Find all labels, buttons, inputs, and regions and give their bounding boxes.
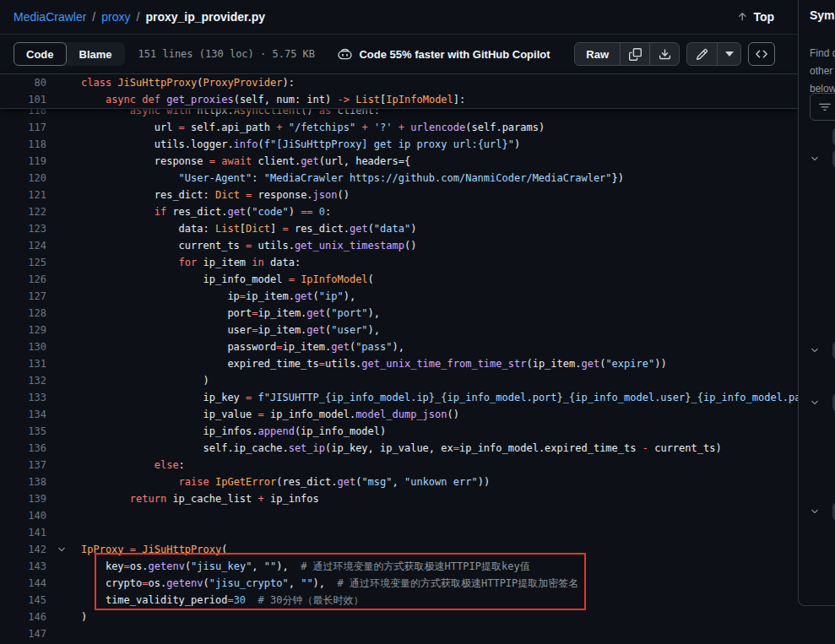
- code-text: ip=ip_item.get("ip"),: [81, 288, 355, 305]
- line-number[interactable]: 121: [0, 187, 46, 203]
- chevron-down-icon[interactable]: [810, 154, 820, 164]
- line-number[interactable]: 125: [0, 254, 46, 271]
- line-number[interactable]: 143: [0, 558, 46, 575]
- gutter: [46, 609, 81, 625]
- gutter: [46, 490, 81, 507]
- line-number[interactable]: 122: [0, 203, 46, 220]
- code-line: 129 user=ip_item.get("user"),: [0, 322, 798, 338]
- edit-button[interactable]: [687, 43, 717, 65]
- code-line: 118 utils.logger.info(f"[JiSuHttpProxy] …: [0, 136, 798, 153]
- line-number[interactable]: 131: [0, 355, 46, 372]
- code-text: ip_infos.append(ip_info_model): [81, 423, 386, 440]
- symbol-row: [810, 149, 835, 168]
- chevron-down-icon[interactable]: [810, 398, 820, 408]
- code-line: 147: [0, 625, 798, 642]
- collapse-chevron-icon[interactable]: [57, 544, 67, 555]
- code-line: 126 ip_info_model = IpInfoModel(: [0, 271, 798, 288]
- code-line: 127 ip=ip_item.get("ip"),: [0, 288, 798, 305]
- line-number[interactable]: 147: [0, 625, 46, 642]
- line-number[interactable]: 140: [0, 507, 46, 524]
- raw-button[interactable]: Raw: [575, 43, 620, 65]
- line-number[interactable]: 101: [0, 91, 46, 108]
- symbol-row: [810, 584, 835, 599]
- symbols-panel-description: Find definitions and references for func…: [810, 45, 835, 98]
- gutter: [46, 203, 81, 220]
- code-text: if res_dict.get("code") == 0:: [81, 203, 331, 220]
- code-line: 144 crypto=os.getenv("jisu_crypto", ""),…: [0, 575, 798, 592]
- line-number[interactable]: 133: [0, 389, 46, 406]
- line-number[interactable]: 117: [0, 119, 46, 136]
- line-number[interactable]: 130: [0, 338, 46, 355]
- copy-button[interactable]: [620, 43, 649, 65]
- symbols-panel-toggle-button[interactable]: [748, 42, 775, 66]
- code-text: time_validity_period=30 # 30分钟（最长时效）: [81, 592, 363, 609]
- line-number[interactable]: 132: [0, 372, 46, 389]
- code-text: data: List[Dict] = res_dict.get("data"): [81, 220, 416, 237]
- chevron-down-icon[interactable]: [810, 345, 820, 355]
- code-text: else:: [81, 457, 185, 474]
- code-line: 139 return ip_cache_list + ip_infos: [0, 490, 798, 507]
- line-number[interactable]: 118: [0, 136, 46, 153]
- breadcrumb-folder-link[interactable]: proxy: [101, 10, 130, 24]
- line-number[interactable]: 137: [0, 457, 46, 474]
- copilot-banner: Code 55% faster with GitHub Copilot: [338, 47, 550, 62]
- line-number[interactable]: 139: [0, 490, 46, 507]
- edit-dropdown-button[interactable]: [717, 43, 740, 65]
- line-number[interactable]: 138: [0, 474, 46, 490]
- clipped-code-line: 116 async with httpx.AsyncClient() as cl…: [0, 109, 798, 119]
- line-number[interactable]: 116: [0, 109, 46, 119]
- line-number[interactable]: 136: [0, 440, 46, 457]
- code-panel-toggle-icon: [756, 48, 767, 60]
- gutter: [46, 271, 81, 288]
- symbols-desc-line: Find definitions and references for func…: [810, 45, 835, 62]
- chevron-down-icon[interactable]: [810, 506, 820, 517]
- line-number[interactable]: 129: [0, 322, 46, 338]
- gutter: [46, 355, 81, 372]
- scroll-to-top-button[interactable]: Top: [736, 10, 774, 24]
- code-line: 134 ip_value = ip_info_model.model_dump_…: [0, 406, 798, 423]
- line-number[interactable]: 119: [0, 153, 46, 170]
- code-line: 130 password=ip_item.get("pass"),: [0, 338, 798, 355]
- pencil-icon: [696, 48, 708, 61]
- line-number[interactable]: 144: [0, 575, 46, 592]
- line-number[interactable]: 135: [0, 423, 46, 440]
- gutter: [46, 457, 81, 474]
- line-number[interactable]: 120: [0, 170, 46, 187]
- top-button-label: Top: [753, 10, 774, 24]
- line-number[interactable]: 128: [0, 305, 46, 322]
- code-text: user=ip_item.get("user"),: [81, 322, 380, 338]
- line-number[interactable]: 146: [0, 609, 46, 625]
- line-number[interactable]: 134: [0, 406, 46, 423]
- download-button[interactable]: [649, 43, 679, 65]
- line-number[interactable]: 124: [0, 237, 46, 254]
- line-number[interactable]: 126: [0, 271, 46, 288]
- code-text: current_ts = utils.get_unix_timestamp(): [81, 237, 416, 254]
- gutter: [46, 575, 81, 592]
- line-number[interactable]: 145: [0, 592, 46, 609]
- breadcrumb-separator: /: [136, 10, 139, 24]
- gutter: [46, 305, 81, 322]
- code-text: response = await client.get(url, headers…: [81, 153, 410, 170]
- code-line: 133 ip_key = f"JISUHTTP_{ip_info_model.i…: [0, 389, 798, 406]
- code-line: 137 else:: [0, 457, 798, 474]
- line-number[interactable]: 127: [0, 288, 46, 305]
- line-number[interactable]: 80: [0, 74, 46, 91]
- code-line: 119 response = await client.get(url, hea…: [0, 153, 798, 170]
- breadcrumb-repo-link[interactable]: MediaCrawler: [14, 10, 86, 24]
- gutter: [46, 136, 81, 153]
- gutter: [46, 558, 81, 575]
- gutter: [46, 625, 81, 642]
- line-number[interactable]: 123: [0, 220, 46, 237]
- line-number[interactable]: 141: [0, 524, 46, 541]
- code-line: 146): [0, 609, 798, 625]
- symbols-filter-input[interactable]: [810, 93, 835, 121]
- code-text: return ip_cache_list + ip_infos: [81, 490, 319, 507]
- gutter: [46, 592, 81, 609]
- code-text: url = self.api_path + "/fetchips" + '?' …: [81, 119, 545, 136]
- code-text: ip_value = ip_info_model.model_dump_json…: [81, 406, 459, 423]
- tab-code[interactable]: Code: [14, 42, 67, 66]
- code-line: 121 res_dict: Dict = response.json(): [0, 187, 798, 203]
- code-text: self.ip_cache.set_ip(ip_key, ip_value, e…: [81, 440, 722, 457]
- line-number[interactable]: 142: [0, 541, 46, 558]
- tab-blame[interactable]: Blame: [67, 42, 125, 66]
